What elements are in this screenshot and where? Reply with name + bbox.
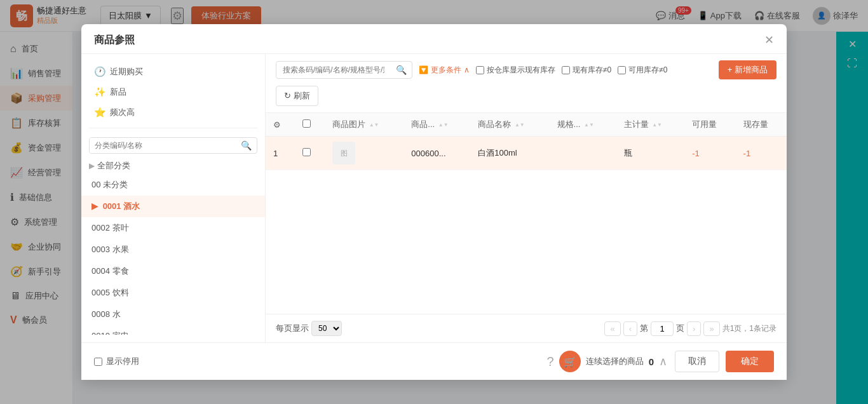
- recent-item-frequent[interactable]: ⭐ 频次高: [89, 102, 257, 123]
- warehouse-checkbox[interactable]: 按仓库显示现有库存: [476, 65, 555, 76]
- cell-spec: [550, 137, 616, 170]
- cart-icon[interactable]: 🛒: [559, 351, 581, 372]
- category-snack[interactable]: 0004 零食: [81, 260, 265, 282]
- recent-item-recent[interactable]: 🕐 近期购买: [89, 62, 257, 82]
- pagination: 每页显示 50 « ‹ 第 页 › » 共1页，1条记录: [266, 314, 787, 342]
- right-panel: 🔍 🔽 更多条件 ∧ 按仓库显示现有库存 现有库存≠0: [266, 54, 787, 342]
- category-search-icon[interactable]: 🔍: [236, 140, 257, 151]
- col-image[interactable]: 商品图片 ▲▼: [325, 113, 403, 137]
- left-panel: 🕐 近期购买 ✨ 新品 ⭐ 频次高 🔍: [81, 54, 266, 342]
- footer-right: 取消 确定: [675, 351, 774, 372]
- recent-items: 🕐 近期购买 ✨ 新品 ⭐ 频次高: [81, 62, 265, 123]
- available-stock-checkbox[interactable]: 可用库存≠0: [618, 65, 667, 76]
- category-appliance[interactable]: 0010 家电: [81, 325, 265, 335]
- product-table: ⚙ 商品图片 ▲▼ 商品... ▲▼: [266, 113, 787, 170]
- more-filter-button[interactable]: 🔽 更多条件 ∧: [419, 65, 470, 76]
- col-settings[interactable]: ⚙: [266, 113, 295, 137]
- cell-code: 000600...: [403, 137, 470, 170]
- page-next-button[interactable]: ›: [687, 321, 701, 336]
- per-page-select: 每页显示 50: [276, 321, 342, 336]
- category-search-wrap: 🔍: [89, 137, 257, 154]
- page-first-button[interactable]: «: [604, 321, 620, 336]
- cancel-button[interactable]: 取消: [675, 351, 719, 372]
- recent-item-new[interactable]: ✨ 新品: [89, 82, 257, 102]
- col-checkbox[interactable]: [295, 113, 325, 137]
- cell-checkbox[interactable]: [295, 137, 325, 170]
- toolbar: 🔍 🔽 更多条件 ∧ 按仓库显示现有库存 现有库存≠0: [266, 54, 787, 113]
- collapse-toggle[interactable]: ▶ 全部分类: [81, 158, 265, 174]
- category-water[interactable]: 0008 水: [81, 304, 265, 325]
- refresh-button[interactable]: ↻ 刷新: [276, 86, 318, 106]
- help-icon[interactable]: ?: [547, 354, 554, 369]
- product-thumbnail: 图: [332, 142, 355, 165]
- existing-stock-checkbox[interactable]: 现有库存≠0: [562, 65, 611, 76]
- page-prev-button[interactable]: ‹: [623, 321, 637, 336]
- product-table-wrap: ⚙ 商品图片 ▲▼ 商品... ▲▼: [266, 113, 787, 314]
- category-liquor[interactable]: ▶ 0001 酒水: [81, 196, 265, 217]
- col-name[interactable]: 商品名称 ▲▼: [470, 113, 549, 137]
- cell-name: 白酒100ml: [470, 137, 549, 170]
- confirm-button[interactable]: 确定: [726, 351, 774, 372]
- expand-icon[interactable]: ∧: [659, 354, 667, 368]
- add-product-button[interactable]: + 新增商品: [719, 60, 776, 79]
- total-info: 共1页，1条记录: [722, 323, 776, 334]
- category-tea[interactable]: 0002 茶叶: [81, 217, 265, 239]
- cell-available: -1: [684, 137, 735, 170]
- table-header-row: ⚙ 商品图片 ▲▼ 商品... ▲▼: [266, 113, 787, 137]
- category-fruit[interactable]: 0003 水果: [81, 239, 265, 260]
- page-nav: « ‹ 第 页 › » 共1页，1条记录: [604, 321, 776, 336]
- col-code[interactable]: 商品... ▲▼: [403, 113, 470, 137]
- select-all-checkbox[interactable]: [302, 119, 311, 128]
- per-page-dropdown[interactable]: 50: [311, 321, 342, 336]
- modal-title: 商品参照: [94, 34, 135, 47]
- product-search-input[interactable]: [276, 62, 391, 77]
- col-spec[interactable]: 规格... ▲▼: [550, 113, 616, 137]
- modal-overlay: 商品参照 ✕ 🕐 近期购买 ✨ 新品 ⭐ 频次高: [0, 0, 868, 404]
- col-available: 可用量: [684, 113, 735, 137]
- product-search-button[interactable]: 🔍: [391, 62, 412, 78]
- col-unit[interactable]: 主计量 ▲▼: [616, 113, 685, 137]
- product-lookup-modal: 商品参照 ✕ 🕐 近期购买 ✨ 新品 ⭐ 频次高: [81, 24, 787, 380]
- category-beverage[interactable]: 0005 饮料: [81, 282, 265, 304]
- cell-unit: 瓶: [616, 137, 685, 170]
- category-list: 00 未分类 ▶ 0001 酒水 0002 茶叶 0003 水果 0004 零食: [81, 174, 265, 335]
- cell-image: 图: [325, 137, 403, 170]
- modal-body: 🕐 近期购买 ✨ 新品 ⭐ 频次高 🔍: [81, 54, 787, 342]
- footer-mid: ? 🛒 连续选择的商品 0 ∧: [547, 351, 667, 372]
- page-number-input[interactable]: [651, 321, 674, 336]
- left-divider: [89, 128, 257, 128]
- recent-clock-icon: 🕐: [94, 66, 106, 77]
- product-search-wrap: 🔍: [276, 61, 412, 79]
- cell-stock: -1: [736, 137, 787, 170]
- modal-header: 商品参照 ✕: [81, 24, 787, 54]
- cell-no: 1: [266, 137, 295, 170]
- table-row[interactable]: 1 图 000600... 白酒100ml 瓶 -1 -1: [266, 137, 787, 170]
- show-disabled-checkbox[interactable]: 显示停用: [94, 356, 139, 367]
- category-search-input[interactable]: [90, 138, 236, 153]
- frequent-icon: ⭐: [94, 107, 106, 118]
- modal-footer: 显示停用 ? 🛒 连续选择的商品 0 ∧ 取消 确定: [81, 342, 787, 380]
- col-stock: 现存量: [736, 113, 787, 137]
- category-uncategorized[interactable]: 00 未分类: [81, 174, 265, 196]
- modal-close-button[interactable]: ✕: [764, 33, 774, 47]
- footer-left: 显示停用: [94, 356, 139, 367]
- new-star-icon: ✨: [94, 86, 106, 98]
- page-last-button[interactable]: »: [703, 321, 719, 336]
